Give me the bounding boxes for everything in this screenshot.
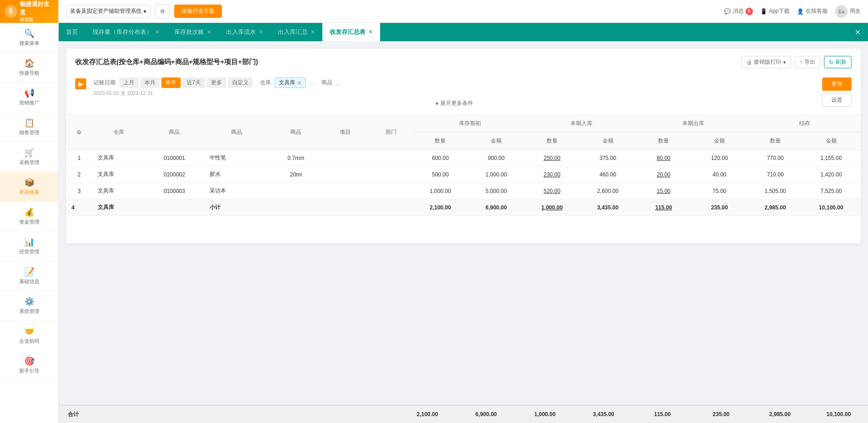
sidebar-item-enterprise[interactable]: 🤝 企业协同: [0, 321, 58, 351]
export-button[interactable]: ↑ 导出: [795, 56, 820, 68]
system-selector[interactable]: 装备及固定资产辅助管理系统 ▾: [66, 5, 150, 17]
message-item[interactable]: 💬 消息 6: [724, 7, 753, 15]
settings-icon[interactable]: ⚙: [155, 4, 170, 19]
tab-batch[interactable]: 库存批次账✕: [167, 23, 219, 41]
marketing-icon: 📢: [24, 88, 34, 98]
row-opening-qty: 600.00: [414, 150, 467, 166]
user-item[interactable]: Ea 用友: [835, 5, 861, 18]
goods-more[interactable]: ...: [336, 80, 341, 86]
row-out-qty[interactable]: 80.00: [637, 150, 690, 166]
title-actions: 🖨 拨销版打印 ▾ ↑ 导出 ↻ 刷新: [741, 56, 851, 68]
col-out-qty-header: 数量: [637, 132, 690, 150]
row-balance-amt: 1,420.00: [802, 166, 861, 183]
sidebar-label-marketing: 营销推广: [19, 99, 39, 106]
sidebar-item-system[interactable]: ⚙️ 系统管理: [0, 291, 58, 321]
row-in-qty[interactable]: 250.00: [526, 150, 579, 166]
footer-label: 合计: [59, 411, 398, 418]
footer-balance-qty: 2,985.00: [751, 411, 809, 418]
row-opening-amt: 900.00: [467, 150, 526, 166]
col-project-header: 项目: [322, 115, 368, 150]
date-this-year[interactable]: 本年: [161, 77, 181, 88]
goods-filter-group: 商品 ...: [321, 79, 341, 87]
row-in-qty[interactable]: 230.00: [526, 166, 579, 183]
setting-button[interactable]: 设置: [822, 93, 851, 107]
filter-toggle-button[interactable]: ▶: [75, 78, 86, 89]
row-warehouse: 文具库: [92, 150, 145, 166]
tab-label-batch: 库存批次账: [174, 28, 204, 36]
expand-more-button[interactable]: ▾ 展开更多条件: [94, 97, 815, 110]
user-avatar: Ea: [835, 5, 848, 18]
row-in-amt: 375.00: [578, 150, 637, 166]
sidebar-item-marketing[interactable]: 📢 营销推广: [0, 82, 58, 112]
row-out-amt: 120.00: [690, 150, 749, 166]
export-icon: ↑: [800, 59, 802, 66]
refresh-button[interactable]: ↻ 刷新: [824, 56, 851, 68]
row-dept: [368, 199, 414, 216]
sidebar-item-purchase[interactable]: 🛒 采购管理: [0, 142, 58, 172]
sidebar-item-basic[interactable]: 📝 基础信息: [0, 261, 58, 291]
tab-home[interactable]: 首页: [59, 23, 85, 41]
sidebar-item-nav[interactable]: 🏠 快捷导航: [0, 53, 58, 82]
row-out-amt: 75.00: [690, 183, 749, 199]
sidebar-item-finance[interactable]: 💰 资金管理: [0, 202, 58, 231]
row-no: 4: [66, 199, 92, 216]
footer-opening-amt: 6,900.00: [457, 411, 515, 418]
tab-close-batch[interactable]: ✕: [207, 29, 211, 35]
sidebar-item-guide[interactable]: 🎯 新手引导: [0, 351, 58, 380]
col-balance-header: 结存: [749, 115, 861, 132]
row-opening-amt: 6,900.00: [467, 199, 526, 216]
date-more[interactable]: 更多: [207, 77, 226, 88]
tab-close-inventory[interactable]: ✕: [155, 29, 160, 35]
col-code-header: 商品: [145, 115, 204, 150]
warehouse-tag-text: 文具库: [279, 79, 295, 87]
tab-inventory[interactable]: 现存量（库存分布表）✕: [85, 23, 167, 41]
row-out-qty[interactable]: 20.00: [637, 166, 690, 183]
sidebar-label-finance: 资金管理: [19, 219, 39, 225]
app-download-item[interactable]: 📱 App下载: [760, 7, 790, 15]
logo-icon: 6: [5, 5, 17, 18]
expand-icon: ▾: [436, 100, 438, 107]
tab-flow[interactable]: 出入库流水✕: [219, 23, 271, 41]
enterprise-icon: 🤝: [24, 326, 34, 336]
online-service-item[interactable]: 👤 在线客服: [797, 7, 828, 15]
col-out-header: 本期出库: [637, 115, 749, 132]
row-no: 1: [66, 150, 92, 166]
sidebar-item-inventory[interactable]: 📦 库存核算: [0, 172, 58, 202]
purchase-icon: 🛒: [24, 148, 34, 158]
print-button[interactable]: 🖨 拨销版打印 ▾: [741, 56, 791, 68]
filter-bar: ▶ 记账日期 上月 本月 本年 近7天 更多 自定义: [66, 73, 861, 115]
sidebar-item-search[interactable]: 🔍 搜索菜单: [0, 23, 58, 53]
sidebar-item-sales[interactable]: 📋 销售管理: [0, 112, 58, 142]
app-name: 畅捷通好生意: [20, 0, 54, 16]
query-button[interactable]: 查询: [822, 77, 851, 91]
experience-button[interactable]: 体验行业方案: [174, 5, 222, 18]
sidebar-label-guide: 新手引导: [19, 368, 39, 374]
tab-receive_summary[interactable]: 收发存汇总表✕: [322, 23, 380, 41]
col-in-qty-header: 数量: [526, 132, 579, 150]
tab-close-flow[interactable]: ✕: [259, 29, 263, 35]
tab-close-receive_summary[interactable]: ✕: [368, 29, 373, 35]
operation-icon: 📊: [24, 237, 34, 247]
close-panel-icon[interactable]: ✕: [855, 28, 861, 37]
message-label: 消息: [733, 7, 744, 15]
col-no-header: ⚙: [66, 115, 92, 150]
row-balance-qty: 1,505.00: [749, 183, 802, 199]
date-range-display: 2023-01-01 至 2023-12-31: [94, 90, 815, 97]
sidebar-item-operation[interactable]: 📊 经营管理: [0, 231, 58, 261]
row-in-qty[interactable]: 520.00: [526, 183, 579, 199]
date-custom[interactable]: 自定义: [228, 77, 253, 88]
warehouse-tag-close[interactable]: ✕: [297, 80, 302, 86]
warehouse-more[interactable]: ...: [310, 80, 314, 86]
tab-close-summary[interactable]: ✕: [310, 29, 315, 35]
date-this-month[interactable]: 本月: [140, 77, 160, 88]
col-name-header: 商品: [204, 115, 270, 150]
settings-gear-icon[interactable]: ⚙: [77, 129, 82, 136]
date-7days[interactable]: 近7天: [182, 77, 205, 88]
row-out-qty[interactable]: 15.00: [637, 183, 690, 199]
row-balance-amt: 1,155.00: [802, 150, 861, 166]
row-in-amt: 2,600.00: [578, 183, 637, 199]
row-code: [145, 199, 204, 216]
tab-summary[interactable]: 出入库汇总✕: [271, 23, 322, 41]
date-last-month[interactable]: 上月: [119, 77, 138, 88]
footer-in-amt: 3,435.00: [574, 411, 633, 418]
